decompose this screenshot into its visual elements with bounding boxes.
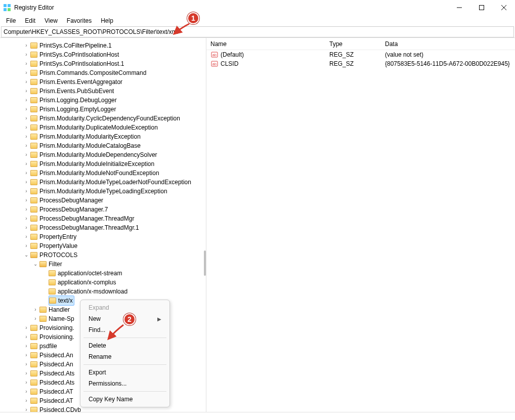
chevron-right-icon[interactable]: ›	[23, 114, 29, 123]
chevron-right-icon[interactable]: ›	[23, 378, 29, 387]
chevron-right-icon[interactable]: ›	[23, 360, 29, 369]
tree-item[interactable]: ›application/x-complus	[16, 278, 206, 287]
tree-item[interactable]: ›Prism.Modularity.ModuleDependencySolver	[16, 150, 206, 159]
tree-item[interactable]: ⌄Filter	[16, 260, 206, 269]
chevron-right-icon[interactable]: ›	[23, 205, 29, 214]
chevron-right-icon[interactable]: ›	[23, 77, 29, 87]
chevron-right-icon[interactable]: ›	[23, 87, 29, 96]
tree-item[interactable]: ›Prism.Logging.DebugLogger	[16, 96, 206, 105]
tree-item[interactable]: ›PropertyValue	[16, 241, 206, 250]
maximize-button[interactable]	[470, 0, 493, 15]
folder-icon	[30, 334, 37, 340]
tree-item-label: Filter	[49, 260, 62, 269]
annotation-1-badge: 1	[187, 12, 199, 24]
chevron-right-icon[interactable]: ›	[23, 132, 29, 141]
chevron-right-icon[interactable]: ›	[32, 305, 38, 314]
chevron-right-icon[interactable]: ›	[23, 241, 29, 250]
chevron-right-icon[interactable]: ›	[23, 96, 29, 105]
chevron-right-icon[interactable]: ›	[23, 214, 29, 223]
tree-item-label: ProcessDebugManager.ThreadMgr	[39, 214, 134, 223]
splitter-handle[interactable]	[204, 250, 206, 276]
menu-edit[interactable]: Edit	[21, 16, 39, 25]
folder-icon	[30, 143, 37, 149]
value-row[interactable]: ab(Default)REG_SZ(value not set)	[206, 50, 515, 59]
chevron-right-icon[interactable]: ›	[32, 314, 38, 323]
tree-item[interactable]: ›Prism.Modularity.DuplicateModuleExcepti…	[16, 123, 206, 132]
value-row[interactable]: abCLSIDREG_SZ{807583E5-5146-11D5-A672-00…	[206, 59, 515, 68]
tree-item[interactable]: ›application/x-msdownload	[16, 287, 206, 296]
chevron-right-icon[interactable]: ›	[23, 187, 29, 196]
chevron-right-icon[interactable]: ›	[23, 351, 29, 360]
window-title: Registry Editor	[14, 4, 448, 11]
chevron-right-icon[interactable]: ›	[23, 223, 29, 232]
chevron-right-icon[interactable]: ›	[23, 232, 29, 241]
tree-item-selected[interactable]: text/x	[49, 296, 74, 306]
chevron-right-icon[interactable]: ›	[23, 159, 29, 169]
chevron-right-icon[interactable]: ›	[23, 150, 29, 159]
ctx-export[interactable]: Export	[80, 367, 169, 378]
tree-item[interactable]: ›Prism.Modularity.CyclicDependencyFoundE…	[16, 114, 206, 123]
tree-item[interactable]: ›ProcessDebugManager	[16, 196, 206, 205]
tree-item[interactable]: ›Prism.Commands.CompositeCommand	[16, 68, 206, 77]
chevron-right-icon[interactable]: ›	[23, 169, 29, 178]
tree-item[interactable]: ›Prism.Events.EventAggregator	[16, 77, 206, 87]
chevron-right-icon[interactable]: ›	[23, 369, 29, 378]
tree-item[interactable]: ›application/octet-stream	[16, 269, 206, 278]
tree-item-label: Provisioning.	[39, 323, 74, 332]
tree-item[interactable]: ›Prism.Modularity.ModuleTypeLoaderNotFou…	[16, 178, 206, 187]
tree-item[interactable]: ›PrintSys.CoFilterPipeline.1	[16, 41, 206, 50]
col-type[interactable]: Type	[329, 40, 385, 48]
chevron-right-icon[interactable]: ›	[23, 178, 29, 187]
chevron-right-icon[interactable]: ›	[23, 59, 29, 68]
tree-item[interactable]: ›PrintSys.CoPrintIsolationHost	[16, 50, 206, 59]
menu-favorites[interactable]: Favorites	[63, 16, 96, 25]
column-headers[interactable]: Name Type Data	[206, 38, 515, 50]
tree-item[interactable]: ›ProcessDebugManager.ThreadMgr.1	[16, 223, 206, 232]
tree-item[interactable]: ›Prism.Modularity.ModuleTypeLoadingExcep…	[16, 187, 206, 196]
chevron-right-icon[interactable]: ›	[23, 123, 29, 132]
folder-icon	[30, 152, 37, 158]
tree-item-label: text/x	[58, 296, 73, 305]
svg-rect-3	[8, 8, 11, 11]
chevron-right-icon[interactable]: ›	[23, 196, 29, 205]
ctx-rename[interactable]: Rename	[80, 351, 169, 362]
col-data[interactable]: Data	[385, 40, 515, 48]
chevron-right-icon[interactable]: ›	[23, 68, 29, 77]
tree-item[interactable]: ›Prism.Events.PubSubEvent	[16, 87, 206, 96]
chevron-down-icon[interactable]: ⌄	[23, 250, 29, 260]
chevron-right-icon[interactable]: ›	[23, 332, 29, 342]
tree-item-label: ProcessDebugManager.7	[39, 205, 108, 214]
address-bar[interactable]: Computer\HKEY_CLASSES_ROOT\PROTOCOLS\Fil…	[1, 26, 514, 37]
chevron-right-icon[interactable]: ›	[23, 41, 29, 50]
col-name[interactable]: Name	[210, 40, 329, 48]
tree-item[interactable]: ›Prism.Modularity.ModularityException	[16, 132, 206, 141]
chevron-right-icon[interactable]: ›	[23, 50, 29, 59]
menu-help[interactable]: Help	[97, 16, 117, 25]
tree-item[interactable]: ›PropertyEntry	[16, 232, 206, 241]
tree-item[interactable]: ›ProcessDebugManager.7	[16, 205, 206, 214]
chevron-right-icon[interactable]: ›	[23, 323, 29, 332]
chevron-right-icon[interactable]: ›	[23, 141, 29, 150]
chevron-right-icon[interactable]: ›	[23, 105, 29, 114]
values-pane: Name Type Data ab(Default)REG_SZ(value n…	[206, 38, 515, 419]
chevron-right-icon[interactable]: ›	[23, 396, 29, 405]
chevron-down-icon[interactable]: ⌄	[32, 260, 38, 269]
tree-item-label: psdfile	[39, 342, 57, 351]
ctx-copy-key-name[interactable]: Copy Key Name	[80, 394, 169, 405]
tree-item[interactable]: ›Prism.Modularity.ModuleCatalogBase	[16, 141, 206, 150]
tree-item[interactable]: ›ProcessDebugManager.ThreadMgr	[16, 214, 206, 223]
tree-item[interactable]: ›Prism.Modularity.ModuleInitializeExcept…	[16, 159, 206, 169]
chevron-right-icon[interactable]: ›	[23, 387, 29, 396]
tree-item[interactable]: ›Prism.Modularity.ModuleNotFoundExceptio…	[16, 169, 206, 178]
tree-item[interactable]: ⌄PROTOCOLS	[16, 250, 206, 260]
menu-view[interactable]: View	[40, 16, 62, 25]
close-button[interactable]	[493, 0, 515, 15]
tree-item[interactable]: ›PrintSys.CoPrintIsolationHost.1	[16, 59, 206, 68]
tree-item[interactable]: ›Prism.Logging.EmptyLogger	[16, 105, 206, 114]
tree-item-label: application/x-msdownload	[58, 287, 127, 296]
chevron-right-icon[interactable]: ›	[23, 342, 29, 351]
minimize-button[interactable]	[448, 0, 470, 15]
ctx-permissions[interactable]: Permissions...	[80, 378, 169, 389]
folder-icon	[30, 197, 37, 203]
menu-file[interactable]: File	[2, 16, 20, 25]
